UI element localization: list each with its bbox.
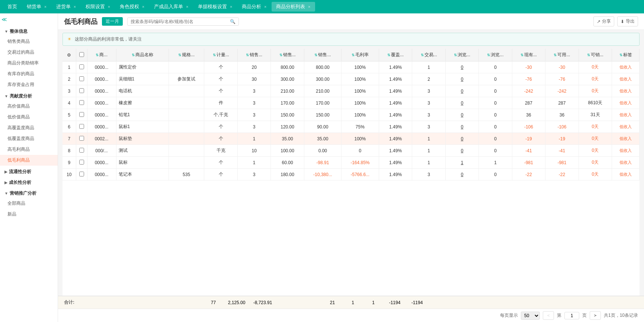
nav-goods-analysis-list-close[interactable]: × xyxy=(308,4,310,9)
row-sellable: 0天 xyxy=(579,169,612,181)
row-checkbox[interactable] xyxy=(79,64,84,69)
col-available[interactable]: ⇅可用... xyxy=(545,49,579,61)
row-sale-qty: 1 xyxy=(237,157,270,169)
row-browse1[interactable]: 0 xyxy=(445,169,478,181)
row-checkbox[interactable] xyxy=(79,124,84,129)
sidebar-item-in-stock[interactable]: 有库存的商品 xyxy=(0,68,58,79)
row-browse1[interactable]: 0 xyxy=(445,133,478,145)
col-name[interactable]: ⇅商品名称 xyxy=(116,49,169,61)
row-browse1[interactable]: 0 xyxy=(445,73,478,85)
nav-sales[interactable]: 销货单 × xyxy=(22,2,51,12)
row-checkbox-cell xyxy=(76,97,87,109)
row-browse1[interactable]: 0 xyxy=(445,145,478,157)
sidebar-item-sales-goods[interactable]: 销售类商品 xyxy=(0,36,58,47)
row-browse1[interactable]: 0 xyxy=(445,61,478,73)
sidebar-item-all-goods[interactable]: 全部商品 xyxy=(0,198,58,209)
col-spec[interactable]: ⇅规格... xyxy=(169,49,204,61)
row-checkbox[interactable] xyxy=(79,136,84,141)
nav-permission-close[interactable]: × xyxy=(108,4,110,9)
share-btn[interactable]: ↗ 分享 xyxy=(593,16,614,26)
row-available: -106 xyxy=(545,121,579,133)
nav-product-entry[interactable]: 产成品入库单 × xyxy=(150,2,193,12)
row-checkbox[interactable] xyxy=(79,148,84,153)
col-gross-rate[interactable]: ⇅毛利率 xyxy=(341,49,379,61)
row-checkbox[interactable] xyxy=(79,76,84,81)
sidebar-group-overall[interactable]: ▼ 整体信息 xyxy=(0,25,58,36)
select-all-checkbox[interactable] xyxy=(79,52,84,57)
sidebar-collapse-btn[interactable]: ≪ xyxy=(0,13,58,25)
row-checkbox[interactable] xyxy=(79,160,84,165)
nav-goods-analysis[interactable]: 商品分析 × xyxy=(237,2,271,12)
nav-purchase-close[interactable]: × xyxy=(74,4,76,9)
row-browse1[interactable]: 0 xyxy=(445,85,478,97)
sidebar-item-high-value[interactable]: 高价值商品 xyxy=(0,101,58,112)
row-unit: 个 xyxy=(204,85,237,97)
row-code: 0000... xyxy=(87,157,116,169)
col-tag[interactable]: ⇅标签 xyxy=(612,49,640,61)
row-browse1[interactable]: 0 xyxy=(445,121,478,133)
nav-goods-analysis-list[interactable]: 商品分析列表 × xyxy=(272,2,315,12)
nav-home[interactable]: 首页 xyxy=(3,2,22,12)
page-input[interactable] xyxy=(564,312,579,319)
row-sale-qty: 3 xyxy=(237,169,270,181)
sidebar-item-low-value[interactable]: 低价值商品 xyxy=(0,112,58,122)
col-unit[interactable]: ⇅计量... xyxy=(204,49,237,61)
nav-role[interactable]: 角色授权 × xyxy=(115,2,149,12)
col-coverage[interactable]: ⇅覆盖... xyxy=(379,49,412,61)
row-sellable: 0天 xyxy=(579,133,612,145)
sidebar-item-low-margin[interactable]: 低毛利商品 xyxy=(0,155,58,166)
sidebar-item-category-rate[interactable]: 商品分类助销率 xyxy=(0,58,58,68)
row-checkbox[interactable] xyxy=(79,112,84,117)
col-browse2[interactable]: ⇅浏览... xyxy=(479,49,512,61)
nav-sales-close[interactable]: × xyxy=(44,4,47,9)
nav-purchase[interactable]: 进货单 × xyxy=(52,2,80,12)
nav-template-close[interactable]: × xyxy=(230,4,232,9)
sidebar-item-new-goods[interactable]: 新品 xyxy=(0,209,58,220)
col-sellable[interactable]: ⇅可销... xyxy=(579,49,612,61)
sidebar-group-contribution[interactable]: ▼ 亮献度分析 xyxy=(0,90,58,101)
sidebar-item-high-coverage[interactable]: 高覆盖度商品 xyxy=(0,122,58,133)
col-sale-price[interactable]: ⇅销售... xyxy=(271,49,304,61)
row-sellable: 0天 xyxy=(579,145,612,157)
row-current-stock: -19 xyxy=(512,133,545,145)
row-checkbox[interactable] xyxy=(79,100,84,105)
col-code[interactable]: ⇅商... xyxy=(87,49,116,61)
col-browse1[interactable]: ⇅浏览... xyxy=(445,49,478,61)
row-checkbox[interactable] xyxy=(79,172,84,176)
warn-icon: ☀ xyxy=(67,36,71,42)
sidebar-group-liquidity[interactable]: ▶ 流通性分析 xyxy=(0,166,58,176)
col-settings[interactable]: ⚙ xyxy=(63,49,76,61)
nav-permission[interactable]: 权限设置 × xyxy=(81,2,115,12)
row-current-stock: 36 xyxy=(512,109,545,121)
nav-template[interactable]: 单据模板设置 × xyxy=(193,2,237,12)
row-code: 0002... xyxy=(87,133,116,145)
row-num: 9 xyxy=(63,157,76,169)
prev-page-btn[interactable]: ＜ xyxy=(543,311,554,320)
per-page-select[interactable]: 50 100 200 xyxy=(521,312,540,320)
next-page-btn[interactable]: ＞ xyxy=(590,311,601,320)
row-browse1[interactable]: 0 xyxy=(445,109,478,121)
row-sale-qty: 30 xyxy=(237,73,270,85)
row-gross-rate: 100% xyxy=(341,133,379,145)
nav-goods-analysis-close[interactable]: × xyxy=(264,4,266,9)
col-sale-qty[interactable]: ⇅销售... xyxy=(237,49,270,61)
sidebar-group-growth[interactable]: ▶ 成长性分析 xyxy=(0,176,58,187)
search-icon[interactable]: 🔍 xyxy=(230,19,236,24)
sidebar-item-low-coverage[interactable]: 低覆盖度商品 xyxy=(0,133,58,144)
col-sale-amount[interactable]: ⇅销售... xyxy=(304,49,341,61)
search-input[interactable] xyxy=(131,19,230,24)
nav-product-entry-close[interactable]: × xyxy=(186,4,188,9)
nav-role-close[interactable]: × xyxy=(142,4,144,9)
sidebar-item-traded-goods[interactable]: 交易过的商品 xyxy=(0,47,58,58)
filter-period-btn[interactable]: 近一月 xyxy=(102,17,123,26)
col-current-stock[interactable]: ⇅现有... xyxy=(512,49,545,61)
row-checkbox[interactable] xyxy=(79,88,84,93)
row-browse1[interactable]: 0 xyxy=(445,97,478,109)
row-browse1[interactable]: 1 xyxy=(445,157,478,169)
sidebar-item-stock-fund[interactable]: 库存资金占用 xyxy=(0,79,58,90)
row-code: 0000... xyxy=(87,121,116,133)
col-trade[interactable]: ⇅交易... xyxy=(412,49,445,61)
sidebar-group-marketing[interactable]: ▼ 营销推广分析 xyxy=(0,187,58,198)
export-btn[interactable]: ⬇ 导出 xyxy=(617,16,638,26)
sidebar-item-high-margin[interactable]: 高毛利商品 xyxy=(0,144,58,155)
